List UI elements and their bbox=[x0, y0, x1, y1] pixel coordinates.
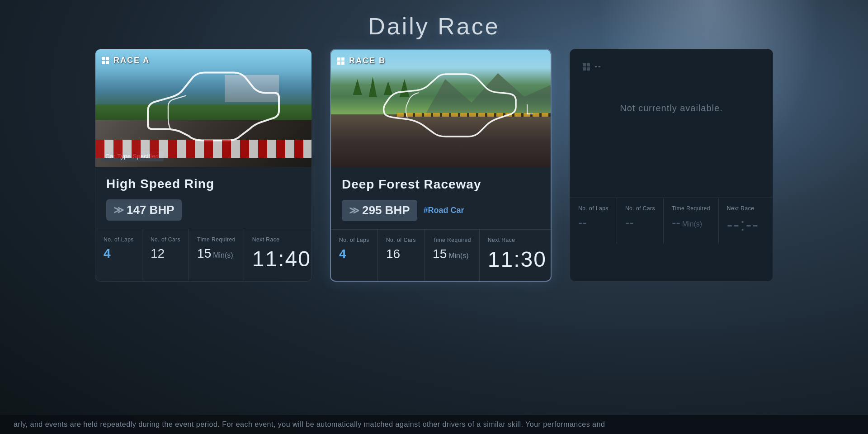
race-c-time-label: Time Required bbox=[672, 205, 710, 212]
race-b-laps-group: No. of Laps 4 bbox=[331, 230, 378, 281]
race-a-laps-label: No. of Laps bbox=[104, 236, 134, 243]
race-a-bhp-value: 147 BHP bbox=[127, 203, 175, 217]
race-b-time-value: 15Min(s) bbox=[433, 247, 471, 261]
race-c-cars-value: -- bbox=[625, 215, 655, 230]
race-a-time-value: 15Min(s) bbox=[197, 246, 236, 261]
unavailable-text: Not currently available. bbox=[620, 103, 722, 113]
race-b-laps-label: No. of Laps bbox=[339, 237, 369, 243]
race-c-laps-value: -- bbox=[578, 215, 609, 230]
bhp-arrow-a: ≫ bbox=[113, 204, 124, 216]
race-b-laps-value: 4 bbox=[339, 247, 369, 261]
race-a-stats: No. of Laps 4 No. of Cars 12 Time Requir… bbox=[95, 229, 311, 280]
race-a-image: RACE A Car Type Specified bbox=[95, 49, 311, 167]
race-c-stats: No. of Laps -- No. of Cars -- Time Requi… bbox=[570, 198, 773, 244]
race-a-label: RACE A bbox=[102, 56, 150, 65]
race-b-track-name: Deep Forest Raceway bbox=[342, 177, 540, 192]
race-a-cars-group: No. of Cars 12 bbox=[142, 229, 189, 280]
race-card-b[interactable]: RACE B Deep Forest Raceway ≫ 295 BHP #Ro… bbox=[330, 49, 552, 282]
race-a-laps-group: No. of Laps 4 bbox=[95, 229, 142, 280]
race-c-time-value: --Min(s) bbox=[672, 215, 710, 230]
track-outline-a bbox=[134, 66, 288, 147]
race-c-laps-group: No. of Laps -- bbox=[570, 198, 617, 244]
race-b-car-tag: #Road Car bbox=[424, 206, 464, 215]
bottom-scrolling-text: arly, and events are held repeatedly dur… bbox=[0, 415, 868, 434]
gt-icon-c bbox=[583, 63, 590, 71]
race-a-next-race-label: Next Race bbox=[252, 236, 311, 243]
track-outline-b bbox=[376, 69, 520, 141]
race-a-bhp-badge: ≫ 147 BHP bbox=[106, 199, 182, 221]
cards-container: RACE A Car Type Specified High Speed Rin… bbox=[0, 49, 868, 282]
race-a-next-race-time: 11:40 bbox=[252, 246, 311, 271]
race-a-info: High Speed Ring ≫ 147 BHP bbox=[95, 167, 311, 221]
race-b-label: RACE B bbox=[337, 56, 386, 66]
race-a-time-group: Time Required 15Min(s) bbox=[189, 229, 244, 280]
race-c-time-group: Time Required --Min(s) bbox=[664, 198, 719, 244]
race-a-cars-value: 12 bbox=[151, 246, 180, 261]
race-c-cars-label: No. of Cars bbox=[625, 205, 655, 212]
race-b-time-label: Time Required bbox=[433, 237, 471, 243]
race-b-next-race-time: 11:30 bbox=[488, 247, 547, 272]
race-b-cars-group: No. of Cars 16 bbox=[378, 230, 425, 281]
race-b-image: RACE B bbox=[331, 50, 551, 167]
race-a-laps-value: 4 bbox=[104, 246, 134, 261]
race-a-bhp-row: ≫ 147 BHP bbox=[106, 199, 301, 221]
race-a-cars-label: No. of Cars bbox=[151, 236, 180, 243]
race-c-next-race-group: Next Race --:-- bbox=[719, 198, 773, 244]
race-a-next-race-group: Next Race 11:40 bbox=[244, 229, 312, 280]
race-b-cars-label: No. of Cars bbox=[386, 237, 416, 243]
race-c-label: -- bbox=[576, 56, 608, 71]
race-c-spacer bbox=[570, 167, 773, 194]
race-c-next-race-label: Next Race bbox=[727, 205, 764, 212]
gt-icon-b bbox=[337, 57, 344, 65]
race-b-bhp-row: ≫ 295 BHP #Road Car bbox=[342, 200, 540, 221]
race-c-laps-label: No. of Laps bbox=[578, 205, 609, 212]
page-title: Daily Race bbox=[0, 0, 868, 49]
race-a-track-name: High Speed Ring bbox=[106, 177, 301, 191]
race-c-next-race-time: --:-- bbox=[727, 215, 764, 235]
race-card-c[interactable]: -- Not currently available. No. of Laps … bbox=[570, 49, 773, 282]
race-b-bhp-value: 295 BHP bbox=[362, 203, 410, 217]
race-b-time-group: Time Required 15Min(s) bbox=[425, 230, 480, 281]
race-b-cars-value: 16 bbox=[386, 247, 416, 261]
race-card-a[interactable]: RACE A Car Type Specified High Speed Rin… bbox=[95, 49, 312, 282]
race-b-next-race-label: Next Race bbox=[488, 237, 547, 243]
race-b-bhp-badge: ≫ 295 BHP bbox=[342, 200, 417, 221]
race-c-cars-group: No. of Cars -- bbox=[617, 198, 664, 244]
gt-icon-a bbox=[102, 57, 109, 64]
bhp-arrow-b: ≫ bbox=[349, 205, 359, 217]
race-a-time-label: Time Required bbox=[197, 236, 236, 243]
race-b-stats: No. of Laps 4 No. of Cars 16 Time Requir… bbox=[331, 229, 551, 281]
car-type-badge-a: Car Type Specified bbox=[101, 151, 164, 161]
race-b-next-race-group: Next Race 11:30 bbox=[480, 230, 552, 281]
race-b-info: Deep Forest Raceway ≫ 295 BHP #Road Car bbox=[331, 167, 551, 221]
